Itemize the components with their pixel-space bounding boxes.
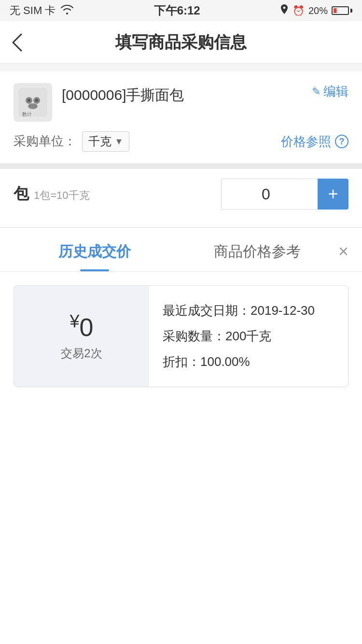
product-header: 数计 [0000006]手撕面包 ✎ 编辑 bbox=[14, 83, 348, 122]
battery-icon bbox=[332, 6, 352, 15]
edit-label: 编辑 bbox=[323, 83, 348, 100]
plus-icon: + bbox=[328, 184, 338, 204]
tabs-row: 历史成交价 商品价格参考 × bbox=[0, 228, 362, 272]
price-ref-button[interactable]: 价格参照 ? bbox=[281, 133, 348, 150]
edit-icon: ✎ bbox=[312, 85, 320, 98]
quantity-row: 包 1包=10千克 + bbox=[0, 169, 362, 219]
transaction-card: ¥0 交易2次 最近成交日期：2019-12-30 采购数量：200千克 折扣：… bbox=[14, 285, 348, 387]
transaction-count: 交易2次 bbox=[61, 346, 102, 361]
price-value: 0 bbox=[80, 313, 94, 341]
edit-button[interactable]: ✎ 编辑 bbox=[312, 83, 348, 100]
quantity-plus-button[interactable]: + bbox=[318, 179, 348, 210]
transaction-detail-discount: 折扣：100.00% bbox=[163, 352, 334, 371]
dropdown-arrow-icon: ▼ bbox=[114, 137, 123, 147]
date-value: 2019-12-30 bbox=[251, 303, 315, 318]
unit-value: 千克 bbox=[88, 134, 111, 149]
qty-label: 采购数量： bbox=[163, 329, 225, 343]
divider bbox=[0, 163, 362, 169]
quantity-unit: 包 bbox=[14, 183, 29, 205]
transaction-price: ¥0 bbox=[70, 311, 94, 342]
product-info: 数计 [0000006]手撕面包 bbox=[14, 83, 184, 122]
alarm-icon: ⏰ bbox=[292, 5, 305, 16]
close-icon: × bbox=[338, 241, 348, 261]
network-label: 无 SIM 卡 bbox=[10, 3, 56, 18]
svg-point-5 bbox=[28, 103, 38, 109]
svg-point-3 bbox=[28, 99, 30, 102]
wifi-icon bbox=[60, 4, 74, 17]
page-title: 填写商品采购信息 bbox=[115, 31, 247, 54]
date-label: 最近成交日期： bbox=[163, 303, 251, 318]
nav-bar: 填写商品采购信息 bbox=[0, 21, 362, 64]
back-button[interactable] bbox=[12, 33, 22, 52]
transaction-detail-quantity: 采购数量：200千克 bbox=[163, 327, 334, 346]
transaction-price-section: ¥0 交易2次 bbox=[14, 286, 149, 387]
unit-label: 采购单位： bbox=[14, 134, 76, 148]
battery-percent: 20% bbox=[308, 5, 328, 16]
discount-label: 折扣： bbox=[163, 354, 200, 369]
status-time: 下午6:12 bbox=[154, 3, 200, 18]
product-card: 数计 [0000006]手撕面包 ✎ 编辑 采购单位： 千克 ▼ 价格参照 bbox=[0, 71, 362, 163]
bottom-sheet: 历史成交价 商品价格参考 × ¥0 交易2次 最近成交日期：2019-12-30 bbox=[0, 227, 362, 387]
discount-value: 100.00% bbox=[200, 354, 250, 369]
price-ref-help-icon: ? bbox=[335, 135, 348, 148]
svg-point-4 bbox=[35, 99, 38, 102]
quantity-input-group: + bbox=[221, 179, 348, 210]
location-icon bbox=[280, 4, 289, 17]
tab-history-price[interactable]: 历史成交价 bbox=[14, 228, 176, 271]
product-name: [0000006]手撕面包 bbox=[62, 83, 184, 105]
tab-close-button[interactable]: × bbox=[338, 228, 348, 271]
transaction-detail-date: 最近成交日期：2019-12-30 bbox=[163, 301, 334, 320]
tab-price-ref-label: 商品价格参考 bbox=[214, 243, 301, 259]
price-ref-label: 价格参照 bbox=[281, 133, 331, 150]
unit-select[interactable]: 千克 ▼ bbox=[82, 131, 129, 152]
product-image: 数计 bbox=[14, 83, 52, 122]
currency-symbol: ¥ bbox=[70, 311, 80, 331]
product-unit-row: 采购单位： 千克 ▼ 价格参照 ? bbox=[14, 131, 348, 152]
status-right: ⏰ 20% bbox=[280, 4, 352, 17]
unit-section: 采购单位： 千克 ▼ bbox=[14, 131, 129, 152]
main-content: 数计 [0000006]手撕面包 ✎ 编辑 采购单位： 千克 ▼ 价格参照 bbox=[0, 71, 362, 644]
svg-text:数计: 数计 bbox=[22, 112, 32, 117]
qty-value: 200千克 bbox=[225, 329, 271, 343]
quantity-conversion: 1包=10千克 bbox=[34, 188, 90, 203]
tab-price-ref[interactable]: 商品价格参考 bbox=[176, 228, 338, 271]
status-bar: 无 SIM 卡 下午6:12 ⏰ 20% bbox=[0, 0, 362, 21]
quantity-label: 包 1包=10千克 bbox=[14, 183, 90, 205]
quantity-input[interactable] bbox=[221, 179, 318, 210]
status-left: 无 SIM 卡 bbox=[10, 3, 74, 18]
transaction-details: 最近成交日期：2019-12-30 采购数量：200千克 折扣：100.00% bbox=[149, 286, 348, 387]
tab-history-label: 历史成交价 bbox=[58, 243, 131, 259]
